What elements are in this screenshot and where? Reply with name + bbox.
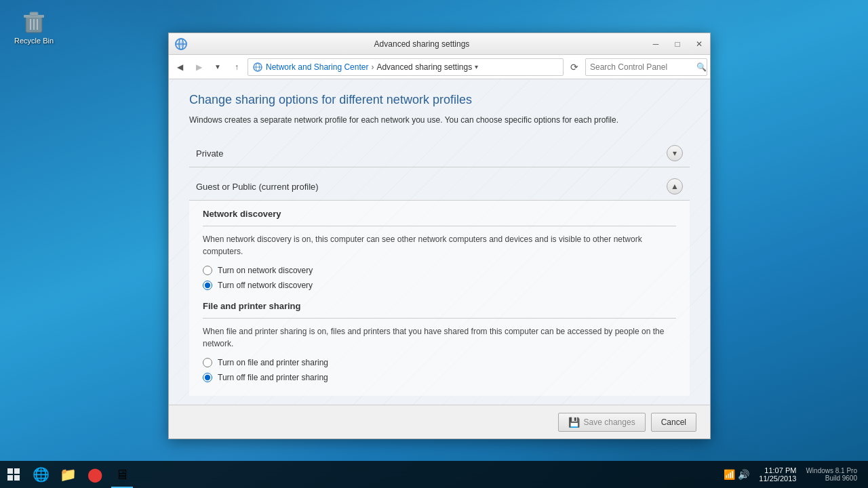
section-private: Private ▾ xyxy=(189,140,690,167)
search-input[interactable] xyxy=(586,62,696,72)
svg-rect-13 xyxy=(14,468,20,474)
clock[interactable]: 11:07 PM 11/25/2013 xyxy=(753,466,802,483)
window-title: Advanced sharing settings xyxy=(193,39,650,49)
svg-rect-14 xyxy=(7,475,13,481)
taskbar-ie[interactable]: 🌐 xyxy=(27,461,54,488)
svg-rect-2 xyxy=(30,12,38,16)
network-discovery-title: Network discovery xyxy=(203,209,676,219)
network-discovery-off-option[interactable]: Turn off network discovery xyxy=(203,281,676,290)
control-panel-icon: 🖥 xyxy=(115,467,129,483)
network-discovery-divider xyxy=(203,226,676,226)
network-breadcrumb-icon xyxy=(252,62,263,73)
save-changes-label: Save changes xyxy=(584,418,635,427)
windows-info: Windows 8.1 Pro Build 9600 xyxy=(806,467,863,482)
app3-icon: ⬤ xyxy=(87,466,102,483)
section-guest-public-content: Network discovery When network discovery… xyxy=(189,201,690,396)
taskbar-items: 🌐 📁 ⬤ 🖥 xyxy=(27,461,718,488)
clock-time: 11:07 PM xyxy=(764,466,796,474)
breadcrumb: Network and Sharing Center › Advanced sh… xyxy=(248,58,564,76)
section-guest-public: Guest or Public (current profile) ▲ Netw… xyxy=(189,173,690,396)
section-private-title: Private xyxy=(196,148,223,159)
taskbar-app3[interactable]: ⬤ xyxy=(81,461,108,488)
page-title: Change sharing options for different net… xyxy=(189,93,690,107)
minimize-button[interactable]: ─ xyxy=(645,33,667,55)
file-printer-title: File and printer sharing xyxy=(203,301,676,311)
window-controls: ─ □ ✕ xyxy=(645,33,710,55)
file-printer-on-radio[interactable] xyxy=(203,358,212,367)
clock-date: 11/25/2013 xyxy=(759,474,796,483)
window-icon xyxy=(174,37,188,51)
taskbar: 🌐 📁 ⬤ 🖥 📶 🔊 11:07 PM 11/25/2013 Windo xyxy=(0,461,868,488)
advanced-sharing-window: Advanced sharing settings ─ □ ✕ ◀ ▶ ▼ ↑ … xyxy=(168,33,711,439)
windows-version: Windows 8.1 Pro xyxy=(806,467,857,474)
taskbar-file-explorer[interactable]: 📁 xyxy=(54,461,81,488)
forward-button[interactable]: ▶ xyxy=(191,59,207,75)
desktop: Recycle Bin Advanced sharing settings ─ … xyxy=(0,0,868,488)
windows-build: Build 9600 xyxy=(825,474,857,482)
network-discovery-on-option[interactable]: Turn on network discovery xyxy=(203,266,676,275)
network-tray-icon[interactable]: 📶 xyxy=(724,469,735,480)
maximize-button[interactable]: □ xyxy=(667,33,688,55)
network-discovery-off-radio[interactable] xyxy=(203,281,212,290)
file-printer-off-radio[interactable] xyxy=(203,373,212,382)
svg-rect-15 xyxy=(14,475,20,481)
search-box: 🔍 xyxy=(585,58,707,76)
up-button[interactable]: ↑ xyxy=(229,59,245,75)
file-printer-on-label: Turn on file and printer sharing xyxy=(218,358,328,367)
back-button[interactable]: ◀ xyxy=(172,59,188,75)
file-printer-subsection: File and printer sharing When file and p… xyxy=(203,301,676,382)
search-icon[interactable]: 🔍 xyxy=(696,59,707,75)
save-changes-button: 💾 Save changes xyxy=(558,413,646,432)
windows-logo-icon xyxy=(7,468,20,481)
section-guest-public-toggle[interactable]: ▲ xyxy=(667,178,683,195)
network-discovery-on-radio[interactable] xyxy=(203,266,212,275)
taskbar-right: 📶 🔊 11:07 PM 11/25/2013 Windows 8.1 Pro … xyxy=(718,461,868,488)
section-all-networks-header[interactable]: All Networks ▾ xyxy=(189,401,690,405)
file-explorer-icon: 📁 xyxy=(60,466,77,483)
taskbar-control-panel[interactable]: 🖥 xyxy=(108,461,136,488)
section-private-toggle[interactable]: ▾ xyxy=(667,145,683,161)
network-discovery-desc: When network discovery is on, this compu… xyxy=(203,233,676,258)
network-discovery-on-label: Turn on network discovery xyxy=(218,266,313,275)
section-guest-public-header[interactable]: Guest or Public (current profile) ▲ xyxy=(189,173,690,201)
speaker-tray-icon[interactable]: 🔊 xyxy=(738,469,749,480)
breadcrumb-current: Advanced sharing settings xyxy=(376,62,472,72)
section-all-networks: All Networks ▾ xyxy=(189,401,690,405)
network-discovery-off-label: Turn off network discovery xyxy=(218,281,313,290)
cancel-label: Cancel xyxy=(661,418,686,427)
recycle-bin-label: Recycle Bin xyxy=(14,37,54,45)
svg-rect-12 xyxy=(7,468,13,474)
recycle-bin-icon[interactable]: Recycle Bin xyxy=(10,7,58,45)
breadcrumb-dropdown[interactable]: ▾ xyxy=(475,63,478,70)
refresh-button[interactable]: ⟳ xyxy=(566,59,583,75)
page-description: Windows creates a separate network profi… xyxy=(189,114,690,126)
content-area: Change sharing options for different net… xyxy=(169,79,710,405)
cancel-button[interactable]: Cancel xyxy=(651,413,696,432)
breadcrumb-root[interactable]: Network and Sharing Center xyxy=(266,62,368,72)
network-discovery-subsection: Network discovery When network discovery… xyxy=(203,209,676,290)
file-printer-off-option[interactable]: Turn off file and printer sharing xyxy=(203,373,676,382)
ie-icon: 🌐 xyxy=(33,466,50,483)
recent-pages-button[interactable]: ▼ xyxy=(210,59,226,75)
section-private-header[interactable]: Private ▾ xyxy=(189,140,690,167)
file-printer-on-option[interactable]: Turn on file and printer sharing xyxy=(203,358,676,367)
close-button[interactable]: ✕ xyxy=(688,33,710,55)
bottom-bar: 💾 Save changes Cancel xyxy=(169,405,710,439)
start-button[interactable] xyxy=(0,461,27,488)
file-printer-off-label: Turn off file and printer sharing xyxy=(218,373,328,382)
file-printer-divider xyxy=(203,318,676,319)
section-guest-public-title: Guest or Public (current profile) xyxy=(196,182,319,192)
title-bar: Advanced sharing settings ─ □ ✕ xyxy=(169,33,710,55)
file-printer-desc: When file and printer sharing is on, fil… xyxy=(203,325,676,350)
address-bar: ◀ ▶ ▼ ↑ Network and Sharing Center › Adv… xyxy=(169,55,710,79)
system-tray: 📶 🔊 xyxy=(724,469,749,480)
